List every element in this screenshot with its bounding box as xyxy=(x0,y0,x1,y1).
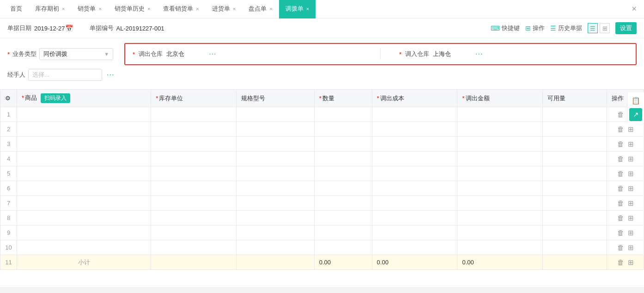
cell-available-9[interactable] xyxy=(543,226,607,240)
cell-spec-2[interactable] xyxy=(237,122,315,137)
grid-view-btn[interactable]: ⊞ xyxy=(600,23,610,33)
cell-spec-3[interactable] xyxy=(237,137,315,152)
cell-cost-5[interactable] xyxy=(372,166,457,181)
copy-icon-6[interactable]: ⊞ xyxy=(628,184,634,193)
copy-icon-4[interactable]: ⊞ xyxy=(628,155,634,163)
handler-dots[interactable]: ··· xyxy=(107,71,114,79)
business-type-select[interactable]: 同价调拨 ▼ xyxy=(39,48,113,60)
cell-amount-2[interactable] xyxy=(457,122,543,137)
tab-purchase[interactable]: 进货单 × xyxy=(206,0,242,18)
delete-icon-4[interactable]: 🗑 xyxy=(617,155,624,163)
cell-product-10[interactable] xyxy=(17,240,151,255)
cell-product-7[interactable] xyxy=(17,196,151,211)
tab-view-sales[interactable]: 查看销货单 × xyxy=(157,0,205,18)
copy-icon-2[interactable]: ⊞ xyxy=(628,125,634,134)
history-docs-action[interactable]: ☰ 历史单据 xyxy=(550,24,582,32)
cell-product-1[interactable] xyxy=(17,107,151,122)
tab-close-stocktake[interactable]: × xyxy=(269,6,272,12)
delete-icon-6[interactable]: 🗑 xyxy=(617,184,624,192)
cell-spec-8[interactable] xyxy=(237,211,315,226)
cell-qty-1[interactable] xyxy=(314,107,372,122)
delete-icon-7[interactable]: 🗑 xyxy=(617,199,624,207)
tab-close-inventory-init[interactable]: × xyxy=(62,6,65,12)
cell-product-4[interactable] xyxy=(17,152,151,166)
cell-unit-3[interactable] xyxy=(151,137,237,152)
calendar-icon[interactable]: 📅 xyxy=(65,24,73,32)
delete-icon-5[interactable]: 🗑 xyxy=(617,170,624,177)
settings-button[interactable]: 设置 xyxy=(615,22,637,34)
cell-spec-4[interactable] xyxy=(237,152,315,166)
cell-unit-5[interactable] xyxy=(151,166,237,181)
cell-product-9[interactable] xyxy=(17,226,151,240)
right-panel-expand-icon[interactable]: ↗ xyxy=(629,108,642,121)
scan-button[interactable]: 扫码录入 xyxy=(41,93,70,103)
cell-amount-10[interactable] xyxy=(457,240,543,255)
close-window-button[interactable]: × xyxy=(628,4,640,14)
cell-qty-10[interactable] xyxy=(314,240,372,255)
cell-qty-9[interactable] xyxy=(314,226,372,240)
cell-cost-3[interactable] xyxy=(372,137,457,152)
delete-icon-1[interactable]: 🗑 xyxy=(617,110,624,118)
cell-available-7[interactable] xyxy=(543,196,607,211)
cell-qty-8[interactable] xyxy=(314,211,372,226)
cell-spec-5[interactable] xyxy=(237,166,315,181)
cell-amount-8[interactable] xyxy=(457,211,543,226)
cell-unit-1[interactable] xyxy=(151,107,237,122)
tab-sales-order[interactable]: 销货单 × xyxy=(71,0,108,18)
cell-cost-7[interactable] xyxy=(372,196,457,211)
delete-icon-3[interactable]: 🗑 xyxy=(617,140,624,148)
cell-unit-4[interactable] xyxy=(151,152,237,166)
delete-icon-9[interactable]: 🗑 xyxy=(617,229,624,237)
cell-spec-10[interactable] xyxy=(237,240,315,255)
tab-home[interactable]: 首页 xyxy=(4,0,29,18)
cell-amount-1[interactable] xyxy=(457,107,543,122)
cell-available-8[interactable] xyxy=(543,211,607,226)
tab-close-sales-history[interactable]: × xyxy=(147,6,150,12)
list-view-btn[interactable]: ☰ xyxy=(588,23,598,33)
cell-cost-2[interactable] xyxy=(372,122,457,137)
tab-sales-history[interactable]: 销货单历史 × xyxy=(108,0,157,18)
cell-unit-8[interactable] xyxy=(151,211,237,226)
bottom-scroll[interactable] xyxy=(0,287,644,293)
delete-icon[interactable]: 🗑 xyxy=(617,258,624,266)
cell-unit-7[interactable] xyxy=(151,196,237,211)
cell-amount-5[interactable] xyxy=(457,166,543,181)
cell-cost-4[interactable] xyxy=(372,152,457,166)
copy-icon-7[interactable]: ⊞ xyxy=(628,199,634,208)
delete-icon-8[interactable]: 🗑 xyxy=(617,214,624,222)
cell-available-3[interactable] xyxy=(543,137,607,152)
cell-spec-6[interactable] xyxy=(237,181,315,196)
cell-qty-7[interactable] xyxy=(314,196,372,211)
warehouse-out-dots[interactable]: ··· xyxy=(209,50,216,58)
tab-inventory-init[interactable]: 库存期初 × xyxy=(29,0,71,18)
tab-close-transfer[interactable]: × xyxy=(306,6,309,12)
cell-amount-3[interactable] xyxy=(457,137,543,152)
cell-qty-4[interactable] xyxy=(314,152,372,166)
cell-unit-9[interactable] xyxy=(151,226,237,240)
cell-unit-10[interactable] xyxy=(151,240,237,255)
tab-close-purchase[interactable]: × xyxy=(233,6,236,12)
copy-icon-9[interactable]: ⊞ xyxy=(628,229,634,237)
warehouse-in-dots[interactable]: ··· xyxy=(475,50,483,58)
cell-available-6[interactable] xyxy=(543,181,607,196)
tab-close-view-sales[interactable]: × xyxy=(196,6,199,12)
cell-product-2[interactable] xyxy=(17,122,151,137)
cell-unit-2[interactable] xyxy=(151,122,237,137)
delete-icon-10[interactable]: 🗑 xyxy=(617,244,624,251)
copy-icon-3[interactable]: ⊞ xyxy=(628,140,634,148)
cell-qty-3[interactable] xyxy=(314,137,372,152)
cell-product-8[interactable] xyxy=(17,211,151,226)
cell-product-5[interactable] xyxy=(17,166,151,181)
cell-product-3[interactable] xyxy=(17,137,151,152)
copy-icon-5[interactable]: ⊞ xyxy=(628,170,634,178)
cell-available-4[interactable] xyxy=(543,152,607,166)
cell-unit-6[interactable] xyxy=(151,181,237,196)
cell-amount-7[interactable] xyxy=(457,196,543,211)
cell-amount-9[interactable] xyxy=(457,226,543,240)
quick-keys-action[interactable]: ⌨ 快捷键 xyxy=(491,24,520,32)
cell-qty-6[interactable] xyxy=(314,181,372,196)
copy-icon-8[interactable]: ⊞ xyxy=(628,214,634,222)
tab-stocktake[interactable]: 盘点单 × xyxy=(242,0,279,18)
tab-close-sales-order[interactable]: × xyxy=(98,6,101,12)
copy-icon[interactable]: ⊞ xyxy=(628,258,634,267)
